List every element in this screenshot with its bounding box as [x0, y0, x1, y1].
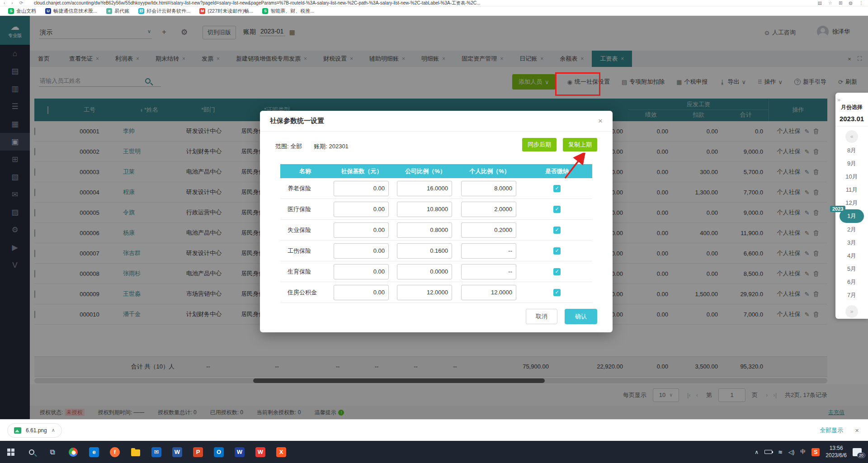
mail-icon[interactable]: ✉ — [147, 443, 165, 461]
base-input[interactable]: 0.00 — [334, 181, 389, 196]
bookmark-favicon: U — [45, 8, 51, 14]
profile-icon[interactable]: ◍ — [849, 0, 853, 5]
browser-nav-icons[interactable]: ‹›⟳ — [4, 0, 23, 5]
chrome-icon[interactable] — [64, 443, 82, 461]
month-item[interactable]: 3月 — [840, 236, 864, 249]
annotation-red-arrow — [561, 153, 588, 181]
close-shelf-icon[interactable]: × — [855, 426, 859, 434]
forward-icon[interactable]: › — [11, 0, 13, 5]
bookmark-item[interactable]: e 易代账 — [106, 8, 129, 14]
bookmark-item[interactable]: U 畅捷通信息技术股... — [45, 8, 97, 14]
insurance-row: 养老保险 0.00 16.0000 8.0000 ✓ — [280, 178, 592, 199]
notification-icon[interactable]: 20 — [853, 448, 862, 456]
bookmark-favicon: 好 — [138, 8, 144, 14]
reload-icon[interactable]: ⟳ — [19, 0, 23, 5]
collapse-panel-icon[interactable]: » — [837, 96, 840, 103]
bookmark-item[interactable]: S 智能票、财、税推... — [262, 8, 314, 14]
url-bar[interactable]: cloud.chanjet.com/accounting/dwYeB62y56w… — [34, 0, 703, 6]
menu-icon[interactable]: ⋮ — [859, 0, 863, 5]
confirm-button[interactable]: 确认 — [565, 309, 597, 324]
taskbar-clock[interactable]: 13:56 2023/6/6 — [826, 445, 847, 459]
company-ratio-input[interactable]: 0.8000 — [397, 222, 452, 238]
month-panel-title: 月份选择 — [835, 104, 868, 111]
copy-previous-button[interactable]: 复制上期 — [563, 138, 597, 151]
year-badge: 2023 — [830, 206, 845, 212]
month-item[interactable]: 9月 — [840, 157, 864, 170]
wps-icon[interactable]: W — [251, 443, 269, 461]
modal-period: 账期: 202301 — [314, 142, 349, 151]
month-item[interactable]: 8月 — [840, 144, 864, 157]
bookmark-favicon: S — [8, 8, 14, 14]
pay-checkbox[interactable]: ✓ — [553, 247, 561, 255]
cancel-button[interactable]: 取消 — [526, 309, 557, 324]
search-button[interactable] — [23, 443, 41, 461]
personal-ratio-input[interactable]: 0.2000 — [461, 222, 516, 238]
ime-indicator[interactable]: 中 — [800, 448, 806, 456]
month-item[interactable]: 10月 — [840, 170, 864, 183]
base-input[interactable]: 0.00 — [334, 264, 389, 279]
chevron-up-icon[interactable]: ∧ — [52, 427, 55, 433]
bookmark-favicon: e — [106, 8, 112, 14]
personal-ratio-input[interactable]: 12.0000 — [461, 285, 516, 300]
base-input[interactable]: 0.00 — [334, 222, 389, 238]
personal-ratio-input[interactable]: 8.0000 — [461, 181, 516, 196]
print-icon[interactable]: ▤ — [817, 0, 821, 5]
tray-expand-icon[interactable]: ∧ — [755, 449, 759, 455]
extensions-icon[interactable]: ⊞ — [839, 0, 842, 5]
writer-icon[interactable]: W — [231, 443, 249, 461]
pay-checkbox[interactable]: ✓ — [553, 185, 561, 192]
company-ratio-input[interactable]: 0.0000 — [397, 264, 452, 279]
month-item[interactable]: 6月 — [840, 275, 864, 288]
app-icon[interactable]: X — [272, 443, 290, 461]
personal-ratio-input[interactable]: 2.0000 — [461, 202, 516, 217]
bookmark-item[interactable]: M (227封未读邮件)畅... — [199, 8, 253, 14]
month-item[interactable]: 4月 — [840, 249, 864, 262]
sogou-icon[interactable]: S — [811, 448, 820, 456]
start-button[interactable] — [2, 443, 20, 461]
month-item[interactable]: 5月 — [840, 262, 864, 275]
company-ratio-input[interactable]: 12.0000 — [397, 285, 452, 300]
personal-ratio-input[interactable]: -- — [461, 264, 516, 279]
company-ratio-input[interactable]: 10.8000 — [397, 202, 452, 217]
task-view-button[interactable]: ⧉ — [43, 443, 61, 461]
month-item[interactable]: 2月 — [840, 223, 864, 236]
company-ratio-input[interactable]: 16.0000 — [397, 181, 452, 196]
month-item[interactable]: 11月 — [840, 183, 864, 196]
notification-badge: 20 — [857, 453, 865, 458]
base-input[interactable]: 0.00 — [334, 243, 389, 259]
word-icon[interactable]: W — [168, 443, 186, 461]
base-input[interactable]: 0.00 — [334, 202, 389, 217]
star-icon[interactable]: ☆ — [828, 0, 832, 5]
month-item[interactable]: 7月 — [840, 288, 864, 302]
bookmark-favicon: M — [199, 8, 205, 14]
company-ratio-input[interactable]: 0.1600 — [397, 243, 452, 259]
bookmark-item[interactable]: S 金山文档 — [8, 8, 36, 14]
windows-taskbar: ⧉ e f ✉ W P O W W X ∧ ≋ ◁) 中 S 13:56 202… — [0, 441, 868, 463]
insurance-row: 生育保险 0.00 0.0000 -- ✓ — [280, 261, 592, 282]
personal-ratio-input[interactable]: -- — [461, 243, 516, 259]
bookmark-label: 智能票、财、税推... — [270, 8, 314, 14]
close-icon[interactable]: × — [598, 117, 603, 126]
scroll-up-icon[interactable]: « — [845, 130, 858, 143]
sync-later-button[interactable]: 同步后期 — [522, 138, 557, 151]
bookmark-label: (227封未读邮件)畅... — [208, 8, 253, 14]
wifi-icon[interactable]: ≋ — [778, 449, 783, 455]
pay-checkbox[interactable]: ✓ — [553, 289, 561, 296]
download-item[interactable]: 6.61.png ∧ — [7, 423, 62, 438]
bookmark-favicon: S — [262, 8, 268, 14]
pay-checkbox[interactable]: ✓ — [553, 206, 561, 213]
battery-icon[interactable] — [764, 450, 772, 454]
file-explorer-icon[interactable] — [127, 443, 145, 461]
pay-checkbox[interactable]: ✓ — [553, 227, 561, 234]
pay-checkbox[interactable]: ✓ — [553, 268, 561, 275]
outlook-icon[interactable]: O — [210, 443, 228, 461]
firefox-icon[interactable]: f — [106, 443, 124, 461]
show-all-downloads-link[interactable]: 全部显示 — [820, 426, 843, 435]
bookmark-item[interactable]: 好 好会计云财务软件... — [138, 8, 190, 14]
back-icon[interactable]: ‹ — [4, 0, 5, 5]
powerpoint-icon[interactable]: P — [189, 443, 207, 461]
base-input[interactable]: 0.00 — [334, 285, 389, 300]
edge-icon[interactable]: e — [85, 443, 103, 461]
volume-icon[interactable]: ◁) — [788, 449, 794, 455]
scroll-down-icon[interactable]: » — [845, 305, 858, 318]
